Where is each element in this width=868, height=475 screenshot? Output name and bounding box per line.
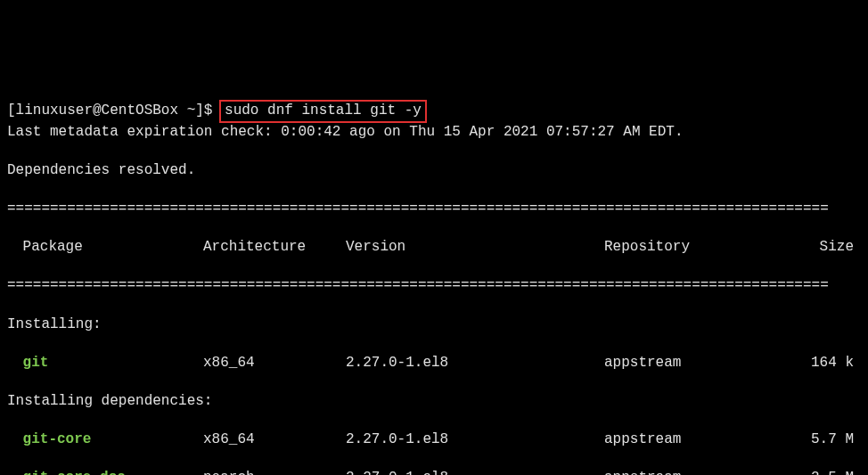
command-text: sudo dnf install git -y: [225, 102, 422, 119]
package-size: 164 k: [765, 354, 861, 373]
package-size: 5.7 M: [765, 430, 861, 450]
shell-prompt: [linuxuser@CentOSBox ~]$: [7, 102, 221, 119]
header-size: Size: [765, 238, 861, 258]
header-arch: Architecture: [203, 238, 346, 258]
package-row: git-core-docnoarch2.27.0-1.el8appstream2…: [7, 469, 861, 475]
deps-resolved-line: Dependencies resolved.: [7, 161, 861, 181]
package-version: 2.27.0-1.el8: [346, 354, 604, 373]
package-repo: appstream: [604, 430, 765, 450]
separator-line: ========================================…: [7, 276, 861, 296]
command-highlight: sudo dnf install git -y: [219, 100, 427, 123]
header-repo: Repository: [604, 238, 765, 258]
header-version: Version: [346, 238, 604, 258]
separator-line: ========================================…: [7, 200, 861, 219]
package-row: gitx86_642.27.0-1.el8appstream164 k: [7, 354, 861, 373]
package-version: 2.27.0-1.el8: [346, 430, 604, 450]
package-size: 2.5 M: [765, 469, 861, 475]
header-package: Package: [7, 238, 203, 258]
installing-label: Installing:: [7, 315, 861, 335]
terminal-output: [linuxuser@CentOSBox ~]$ sudo dnf instal…: [7, 80, 861, 475]
package-name: git: [23, 355, 49, 371]
package-repo: appstream: [604, 469, 765, 475]
metadata-line: Last metadata expiration check: 0:00:42 …: [7, 123, 861, 143]
package-repo: appstream: [604, 354, 765, 373]
package-arch: x86_64: [203, 430, 346, 450]
package-arch: noarch: [203, 469, 346, 475]
installing-deps-label: Installing dependencies:: [7, 392, 861, 412]
table-header: PackageArchitectureVersionRepositorySize: [7, 238, 861, 258]
package-row: git-corex86_642.27.0-1.el8appstream5.7 M: [7, 430, 861, 450]
package-version: 2.27.0-1.el8: [346, 469, 604, 475]
package-name: git-core-doc: [23, 470, 126, 475]
package-name: git-core: [23, 431, 92, 447]
package-arch: x86_64: [203, 354, 346, 373]
